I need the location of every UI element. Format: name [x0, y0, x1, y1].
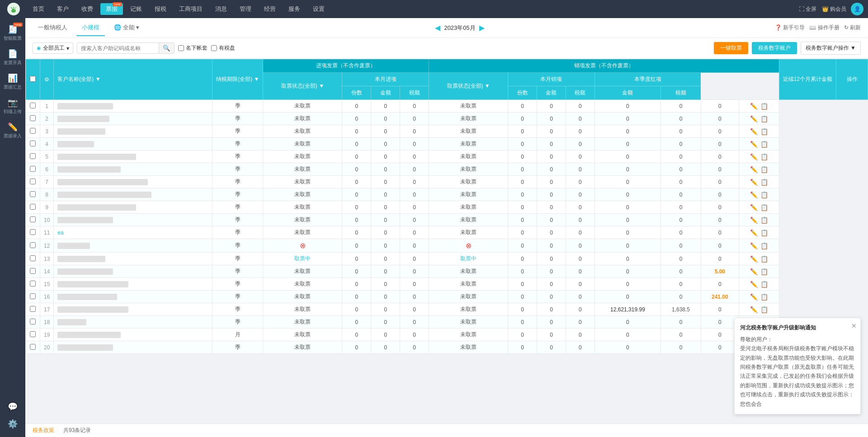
edit-action-icon[interactable]: ✏️	[750, 115, 758, 122]
copy-action-icon[interactable]: 📋	[760, 179, 768, 186]
member-btn[interactable]: 👑 购会员	[822, 5, 846, 13]
row-checkbox[interactable]	[30, 331, 36, 337]
edit-action-icon[interactable]: ✏️	[750, 179, 758, 186]
nav-invoice[interactable]: 票据 new	[100, 3, 123, 15]
copy-action-icon[interactable]: 📋	[760, 306, 768, 313]
row-checkbox[interactable]	[30, 216, 36, 222]
edit-action-icon[interactable]: ✏️	[750, 103, 758, 110]
row-checkbox[interactable]	[30, 344, 36, 350]
row-checkbox[interactable]	[30, 191, 36, 197]
copy-action-icon[interactable]: 📋	[760, 103, 768, 110]
red-tax-cell: 0	[661, 265, 701, 278]
nav-message[interactable]: 消息	[210, 3, 232, 15]
nav-bookkeep[interactable]: 记账	[125, 3, 147, 15]
taxdisk-checkbox-label[interactable]: 有税盘	[211, 44, 235, 52]
copy-action-icon[interactable]: 📋	[760, 293, 768, 301]
nav-home[interactable]: 首页	[27, 3, 50, 15]
sidebar-item-scan[interactable]: 📷 扫描上传	[1, 95, 24, 117]
search-button[interactable]: 🔍	[159, 43, 174, 53]
edit-action-icon[interactable]: ✏️	[750, 216, 758, 224]
edit-action-icon[interactable]: ✏️	[750, 293, 758, 301]
nav-customer[interactable]: 客户	[52, 3, 74, 15]
edit-action-icon[interactable]: ✏️	[750, 204, 758, 211]
row-checkbox[interactable]	[30, 204, 36, 210]
taxdisk-checkbox[interactable]	[211, 45, 217, 51]
fullscreen-btn[interactable]: ⛶ 全屏	[799, 5, 816, 13]
search-input[interactable]	[77, 44, 159, 53]
copy-action-icon[interactable]: 📋	[760, 153, 768, 160]
edit-action-icon[interactable]: ✏️	[750, 255, 758, 263]
tax-digital-ops-btn[interactable]: 税务数字账户操作 ▼	[801, 42, 861, 55]
tab-general-taxpayer[interactable]: 一般纳税人	[33, 20, 73, 36]
subordinate-checkbox[interactable]	[178, 45, 184, 51]
refresh-btn[interactable]: ↻ 刷新	[844, 24, 861, 32]
sidebar-item-chat[interactable]: 💬	[1, 399, 24, 414]
sidebar-item-label-summary: 票据汇总	[4, 84, 22, 90]
sidebar-item-summary[interactable]: 📊 票据汇总	[1, 70, 24, 93]
nav-operation[interactable]: 经营	[259, 3, 281, 15]
copy-action-icon[interactable]: 📋	[760, 128, 768, 135]
edit-action-icon[interactable]: ✏️	[750, 281, 758, 288]
row-checkbox[interactable]	[30, 268, 36, 274]
nav-fee[interactable]: 收费	[76, 3, 99, 15]
row-checkbox[interactable]	[30, 179, 36, 184]
edit-action-icon[interactable]: ✏️	[750, 229, 758, 236]
copy-action-icon[interactable]: 📋	[760, 255, 768, 263]
edit-action-icon[interactable]: ✏️	[750, 166, 758, 173]
copy-action-icon[interactable]: 📋	[760, 166, 768, 173]
copy-action-icon[interactable]: 📋	[760, 141, 768, 148]
user-avatar[interactable]: 👤	[851, 3, 863, 15]
tax-policy-link[interactable]: 税务政策	[33, 427, 54, 434]
sidebar-item-invoice-open[interactable]: 📄 发票开具	[1, 46, 24, 69]
manual-btn[interactable]: 📖 操作手册	[809, 24, 839, 32]
edit-action-icon[interactable]: ✏️	[750, 153, 758, 160]
row-checkbox[interactable]	[30, 293, 36, 299]
edit-action-icon[interactable]: ✏️	[750, 242, 758, 249]
sidebar-item-entry[interactable]: ✏️ 票据录入	[1, 119, 24, 142]
edit-action-icon[interactable]: ✏️	[750, 128, 758, 135]
employee-select[interactable]: ◉ 全部员工 ▾	[33, 42, 73, 54]
date-next-btn[interactable]: ▶	[479, 23, 485, 32]
row-checkbox[interactable]	[30, 141, 36, 146]
copy-action-icon[interactable]: 📋	[760, 229, 768, 236]
nav-tax[interactable]: 报税	[149, 3, 172, 15]
tooltip-close-btn[interactable]: ✕	[851, 321, 857, 331]
row-checkbox[interactable]	[30, 229, 36, 235]
select-all-checkbox[interactable]	[30, 76, 36, 82]
copy-action-icon[interactable]: 📋	[760, 216, 768, 224]
sidebar-item-config[interactable]: ⚙️	[1, 416, 24, 432]
sidebar-item-smart-ticket[interactable]: new 🧾 智能取票	[1, 22, 24, 44]
tab-all[interactable]: 🌐 全能 ▾	[108, 20, 145, 36]
table-row: 10 ██████████████ 季 未取票 0 0 0 未取票 0 0 0 …	[26, 214, 868, 226]
copy-action-icon[interactable]: 📋	[760, 191, 768, 198]
tab-small-scale[interactable]: 小规模	[76, 20, 105, 36]
one-click-ticket-btn[interactable]: 一键取票	[714, 42, 748, 54]
row-checkbox[interactable]	[30, 242, 36, 248]
subordinate-checkbox-label[interactable]: 名下帐套	[178, 44, 208, 52]
row-checkbox[interactable]	[30, 115, 36, 121]
edit-action-icon[interactable]: ✏️	[750, 268, 758, 275]
edit-action-icon[interactable]: ✏️	[750, 191, 758, 198]
copy-action-icon[interactable]: 📋	[760, 204, 768, 211]
row-checkbox[interactable]	[30, 153, 36, 159]
copy-action-icon[interactable]: 📋	[760, 115, 768, 122]
row-checkbox[interactable]	[30, 103, 36, 108]
copy-action-icon[interactable]: 📋	[760, 268, 768, 275]
nav-business[interactable]: 工商项目	[174, 3, 208, 15]
row-checkbox[interactable]	[30, 281, 36, 287]
nav-management[interactable]: 管理	[234, 3, 257, 15]
date-prev-btn[interactable]: ◀	[435, 23, 440, 32]
row-checkbox[interactable]	[30, 306, 36, 312]
row-checkbox[interactable]	[30, 166, 36, 172]
new-guide-btn[interactable]: ❓ 新手引导	[775, 24, 805, 32]
row-checkbox[interactable]	[30, 128, 36, 134]
row-checkbox[interactable]	[30, 255, 36, 261]
tax-digital-account-btn[interactable]: 税务数字账户	[752, 42, 797, 54]
copy-action-icon[interactable]: 📋	[760, 242, 768, 249]
nav-service[interactable]: 服务	[283, 3, 306, 15]
row-checkbox[interactable]	[30, 319, 36, 324]
edit-action-icon[interactable]: ✏️	[750, 141, 758, 148]
copy-action-icon[interactable]: 📋	[760, 281, 768, 288]
nav-settings[interactable]: 设置	[307, 3, 330, 15]
edit-action-icon[interactable]: ✏️	[750, 306, 758, 313]
